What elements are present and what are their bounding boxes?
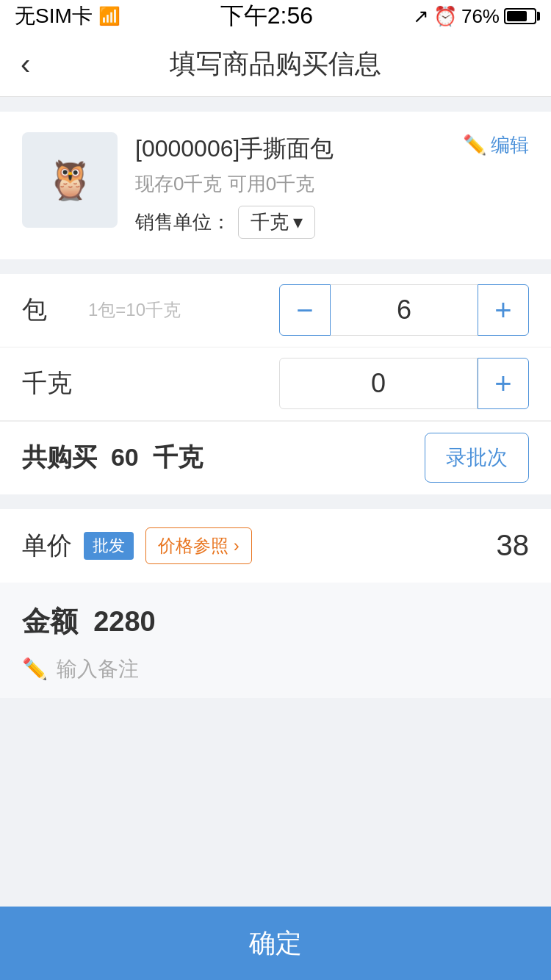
amount-section: 金额 2280 ✏️ 输入备注 [0, 583, 551, 698]
total-amount: 60 [111, 443, 139, 471]
input-section: 包 1包=10千克 − + 千克 + 共购买 60 千克 录批次 [0, 274, 551, 494]
status-bar: 无SIM卡 📶 下午2:56 ↗ ⏰ 76% [0, 0, 551, 32]
total-text: 共购买 60 千克 [22, 441, 203, 475]
product-unit-row: 销售单位： 千克 ▾ [135, 206, 529, 239]
empty-space [0, 698, 551, 918]
bag-qty-input[interactable] [331, 284, 478, 336]
pencil-icon: ✏️ [22, 657, 48, 681]
batch-button[interactable]: 录批次 [425, 433, 529, 483]
product-card: 🦉 [0000006]手撕面包 现存0千克 可用0千克 销售单位： 千克 ▾ ✏… [0, 112, 551, 259]
back-button[interactable]: ‹ [21, 48, 30, 81]
status-time: 下午2:56 [220, 0, 313, 32]
kg-row: 千克 + [0, 347, 551, 421]
battery-percent: 76% [461, 5, 500, 28]
carrier-text: 无SIM卡 [15, 2, 93, 30]
kg-label: 千克 [22, 367, 81, 400]
remark-placeholder: 输入备注 [57, 655, 139, 683]
alarm-icon: ⏰ [433, 5, 457, 28]
price-label: 单价 [22, 529, 72, 563]
owl-logo-icon: 🦉 [46, 158, 94, 203]
amount-value: 2280 [93, 606, 156, 637]
price-section: 单价 批发 价格参照 › 38 [0, 509, 551, 583]
bag-row: 包 1包=10千克 − + [0, 274, 551, 347]
product-stock: 现存0千克 可用0千克 [135, 171, 529, 197]
price-value: 38 [497, 529, 530, 562]
remark-row[interactable]: ✏️ 输入备注 [22, 655, 529, 698]
price-ref-button[interactable]: 价格参照 › [145, 527, 252, 564]
battery-icon [504, 8, 536, 24]
total-row: 共购买 60 千克 录批次 [0, 421, 551, 494]
price-row: 单价 批发 价格参照 › 38 [0, 509, 551, 583]
product-thumbnail: 🦉 [22, 132, 118, 228]
kg-qty-control: + [279, 358, 529, 409]
unit-select[interactable]: 千克 ▾ [238, 206, 315, 239]
bag-qty-control: − + [279, 284, 529, 336]
page-title: 填写商品购买信息 [170, 46, 381, 82]
bag-hint: 1包=10千克 [88, 298, 279, 322]
bag-label: 包 [22, 293, 81, 327]
total-suffix: 千克 [153, 443, 203, 471]
kg-qty-input[interactable] [279, 358, 478, 409]
location-icon: ↗ [413, 5, 429, 28]
bag-plus-button[interactable]: + [478, 284, 529, 336]
status-right: ↗ ⏰ 76% [413, 5, 536, 28]
total-prefix: 共购买 [22, 443, 97, 471]
kg-plus-button[interactable]: + [478, 358, 529, 409]
dropdown-icon: ▾ [293, 211, 303, 234]
bag-minus-button[interactable]: − [279, 284, 331, 336]
price-tag: 批发 [84, 532, 134, 560]
status-left: 无SIM卡 📶 [15, 2, 120, 30]
confirm-button[interactable]: 确定 [0, 907, 551, 980]
amount-label: 金额 [22, 606, 78, 637]
edit-label: 编辑 [491, 132, 529, 158]
edit-button[interactable]: ✏️ 编辑 [463, 132, 529, 158]
unit-label: 销售单位： [135, 209, 231, 235]
nav-bar: ‹ 填写商品购买信息 [0, 32, 551, 97]
unit-value: 千克 [251, 209, 289, 235]
amount-row: 金额 2280 [22, 603, 529, 655]
wifi-icon: 📶 [98, 6, 120, 26]
edit-icon: ✏️ [463, 134, 486, 156]
